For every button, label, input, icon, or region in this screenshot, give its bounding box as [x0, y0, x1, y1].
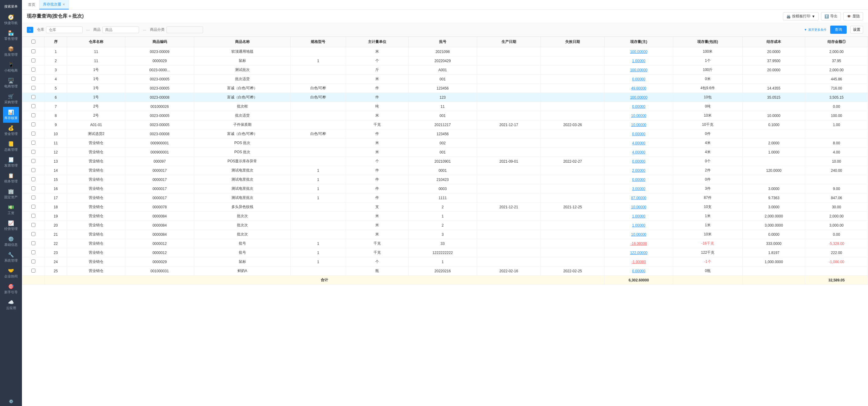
- settings-button[interactable]: 设置: [850, 26, 863, 34]
- sidebar-item-wholesale[interactable]: 📦 批发管理: [3, 43, 19, 59]
- select-all-checkbox[interactable]: [31, 40, 35, 43]
- row-checkbox-input-11[interactable]: [31, 150, 35, 154]
- sidebar-item-total[interactable]: 📒 总账管理: [3, 139, 19, 155]
- row-checkbox-input-2[interactable]: [31, 68, 35, 72]
- row-checkbox-8[interactable]: [22, 120, 44, 130]
- cell-qty_main-15[interactable]: 3.00000: [604, 184, 673, 194]
- row-checkbox-input-23[interactable]: [31, 260, 35, 264]
- row-checkbox-input-18[interactable]: [31, 214, 35, 218]
- cell-qty_main-0[interactable]: 100.00000: [604, 47, 673, 56]
- row-checkbox-13[interactable]: [22, 166, 44, 175]
- row-checkbox-input-8[interactable]: [31, 123, 35, 126]
- cell-qty_main-10[interactable]: 4.00000: [604, 139, 673, 148]
- sidebar-item-tax[interactable]: 📋 税务管理: [3, 170, 19, 186]
- show-hide-button[interactable]: 👁️ 显隐: [843, 12, 863, 21]
- cell-qty_main-13[interactable]: 2.00000: [604, 166, 673, 175]
- row-checkbox-2[interactable]: [22, 66, 44, 75]
- query-button[interactable]: 查询: [830, 26, 847, 34]
- row-checkbox-input-24[interactable]: [31, 269, 35, 273]
- cell-qty_main-11[interactable]: 4.00000: [604, 148, 673, 157]
- row-checkbox-6[interactable]: [22, 102, 44, 111]
- row-checkbox-input-10[interactable]: [31, 141, 35, 145]
- sidebar-item-ecom[interactable]: 🖥️ 电商管理: [3, 75, 19, 91]
- row-checkbox-22[interactable]: [22, 248, 44, 257]
- cell-qty_main-23[interactable]: -1.00000: [604, 257, 673, 267]
- cell-qty_main-16[interactable]: 87.00000: [604, 194, 673, 203]
- row-checkbox-input-6[interactable]: [31, 104, 35, 108]
- row-checkbox-7[interactable]: [22, 111, 44, 120]
- sidebar-search[interactable]: 搜索菜单: [3, 2, 19, 11]
- row-checkbox-23[interactable]: [22, 257, 44, 267]
- row-checkbox-input-20[interactable]: [31, 232, 35, 236]
- row-checkbox-12[interactable]: [22, 157, 44, 166]
- tab-home[interactable]: 首页: [24, 0, 39, 9]
- row-checkbox-3[interactable]: [22, 75, 44, 84]
- sidebar-item-corp[interactable]: 🤝 企业协同: [3, 265, 19, 281]
- tab-inventory-batch[interactable]: 库存批次覆✕: [39, 0, 69, 9]
- row-checkbox-input-21[interactable]: [31, 241, 35, 245]
- expand-condition-btn[interactable]: ▼ 展开更多条件: [804, 28, 827, 32]
- row-checkbox-10[interactable]: [22, 139, 44, 148]
- sidebar-item-newbie[interactable]: 🎯 新手引导: [3, 281, 19, 297]
- sidebar-nav-label[interactable]: 🧭 快捷导航: [0, 12, 22, 28]
- cell-qty_main-12[interactable]: 0.00000: [604, 157, 673, 166]
- row-checkbox-input-3[interactable]: [31, 77, 35, 81]
- sidebar-item-retail[interactable]: 🏪 零售管理: [3, 28, 19, 43]
- cell-qty_main-8[interactable]: 10.00000: [604, 120, 673, 130]
- row-checkbox-5[interactable]: [22, 93, 44, 102]
- row-checkbox-1[interactable]: [22, 56, 44, 66]
- cell-qty_main-19[interactable]: 1.00000: [604, 221, 673, 230]
- cell-qty_main-4[interactable]: 49.60000: [604, 84, 673, 93]
- row-checkbox-input-4[interactable]: [31, 86, 35, 90]
- row-checkbox-input-9[interactable]: [31, 132, 35, 136]
- cell-qty_main-6[interactable]: 0.00000: [604, 102, 673, 111]
- cell-qty_main-14[interactable]: 0.00000: [604, 175, 673, 184]
- cell-qty_main-1[interactable]: 1.00000: [604, 56, 673, 66]
- cell-qty_main-5[interactable]: 100.00000: [604, 93, 673, 102]
- cell-qty_main-9[interactable]: 0.00000: [604, 130, 673, 139]
- sidebar-item-salary[interactable]: 💵 工资: [3, 202, 19, 218]
- cell-qty_main-3[interactable]: 0.00000: [604, 75, 673, 84]
- row-checkbox-15[interactable]: [22, 184, 44, 194]
- row-checkbox-input-14[interactable]: [31, 177, 35, 181]
- row-checkbox-4[interactable]: [22, 84, 44, 93]
- tab-close-inventory-batch[interactable]: ✕: [62, 3, 65, 6]
- row-checkbox-17[interactable]: [22, 203, 44, 212]
- row-checkbox-input-12[interactable]: [31, 159, 35, 163]
- row-checkbox-16[interactable]: [22, 194, 44, 203]
- cell-qty_main-20[interactable]: 10.00000: [604, 230, 673, 239]
- cell-qty_main-17[interactable]: 10.00000: [604, 203, 673, 212]
- sidebar-item-ops[interactable]: 📈 经营管理: [3, 218, 19, 234]
- cell-qty_main-22[interactable]: 122.00000: [604, 248, 673, 257]
- sidebar-settings[interactable]: ⚙️: [0, 397, 22, 406]
- row-checkbox-input-16[interactable]: [31, 196, 35, 200]
- goods-input[interactable]: [102, 27, 139, 33]
- sidebar-item-purchase[interactable]: 🛒 采购管理: [3, 91, 19, 107]
- cell-qty_main-7[interactable]: 10.00000: [604, 111, 673, 120]
- row-checkbox-11[interactable]: [22, 148, 44, 157]
- sidebar-item-sys[interactable]: 🔧 系统管理: [3, 249, 19, 265]
- row-checkbox-input-22[interactable]: [31, 250, 35, 254]
- row-checkbox-input-7[interactable]: [31, 113, 35, 117]
- row-checkbox-input-19[interactable]: [31, 223, 35, 227]
- sidebar-item-mini-ecom[interactable]: 📱 小程电商: [3, 59, 19, 75]
- sidebar-item-invoice[interactable]: 🧾 发票管理: [3, 155, 19, 170]
- print-button[interactable]: 🖨️ 按模板打印 ▼: [783, 12, 818, 21]
- cell-qty_main-18[interactable]: 1.00000: [604, 212, 673, 221]
- row-checkbox-input-1[interactable]: [31, 59, 35, 62]
- filter-toggle-btn[interactable]: ›: [27, 27, 33, 33]
- row-checkbox-20[interactable]: [22, 230, 44, 239]
- sidebar-item-cloud[interactable]: ☁️ 云应用: [3, 297, 19, 313]
- row-checkbox-9[interactable]: [22, 130, 44, 139]
- row-checkbox-input-15[interactable]: [31, 187, 35, 190]
- row-checkbox-24[interactable]: [22, 267, 44, 276]
- sidebar-item-base[interactable]: ⚙️ 基础信息: [3, 234, 19, 249]
- export-button[interactable]: ⬆️ 导出: [821, 12, 841, 21]
- row-checkbox-21[interactable]: [22, 239, 44, 248]
- row-checkbox-input-5[interactable]: [31, 95, 35, 99]
- row-checkbox-0[interactable]: [22, 47, 44, 56]
- cell-qty_main-24[interactable]: 0.00000: [604, 267, 673, 276]
- category-select[interactable]: [166, 27, 203, 33]
- row-checkbox-input-13[interactable]: [31, 168, 35, 172]
- cell-qty_main-2[interactable]: 100.00000: [604, 66, 673, 75]
